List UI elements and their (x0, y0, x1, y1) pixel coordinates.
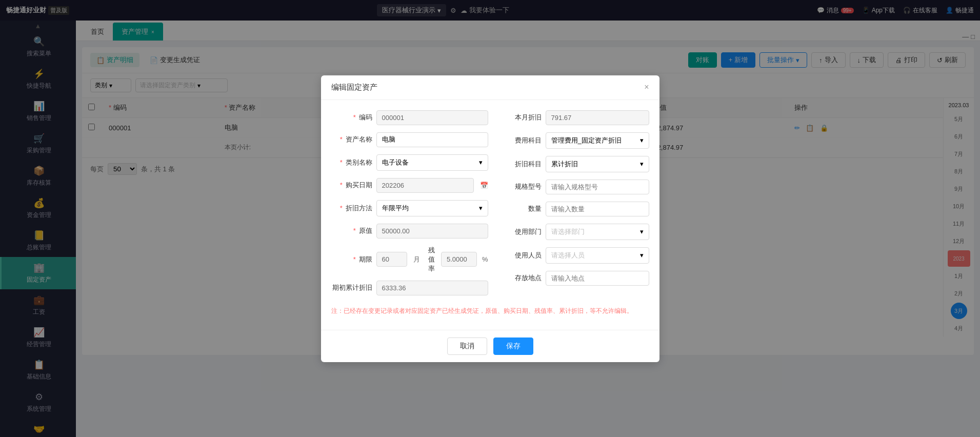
quantity-input[interactable] (546, 202, 649, 216)
form-row-spec: 规格型号 (501, 180, 649, 194)
modal-body: * 编码 * 资产名称 (321, 100, 659, 330)
cancel-button[interactable]: 取消 (447, 337, 487, 355)
form-row-code: * 编码 (331, 110, 488, 125)
residual-rate-label: 残值率 (428, 246, 435, 273)
form-row-period: * 期限 月 残值率 % (331, 246, 488, 273)
form-row-expense-account: 费用科目 管理费用_固定资产折旧 ▾ (501, 132, 649, 149)
form-row-department: 使用部门 请选择部门 ▾ (501, 224, 649, 240)
department-select[interactable]: 请选择部门 ▾ (546, 224, 649, 240)
category-select[interactable]: 电子设备 ▾ (376, 154, 488, 171)
form-row-quantity: 数量 (501, 202, 649, 216)
modal-overlay: 编辑固定资产 × * 编码 (0, 0, 980, 437)
modal-close-button[interactable]: × (644, 83, 649, 92)
purchase-date-input[interactable] (376, 178, 474, 193)
form-row-dep-account: 折旧科目 累计折旧 ▾ (501, 156, 649, 172)
period-input[interactable] (376, 252, 407, 267)
save-button[interactable]: 保存 (493, 337, 533, 355)
person-select[interactable]: 请选择人员 ▾ (546, 247, 649, 264)
monthly-dep-input[interactable] (546, 110, 649, 125)
spec-input[interactable] (546, 180, 649, 194)
expense-account-select[interactable]: 管理费用_固定资产折旧 ▾ (546, 132, 649, 149)
residual-rate-input[interactable] (441, 252, 477, 267)
form-row-initial-accum: 期初累计折旧 (331, 281, 488, 295)
form-row-dep-method: * 折旧方法 年限平均 ▾ (331, 200, 488, 216)
original-value-input[interactable] (376, 224, 488, 239)
dep-method-select[interactable]: 年限平均 ▾ (376, 200, 488, 216)
edit-asset-modal: 编辑固定资产 × * 编码 (321, 75, 659, 362)
modal-note: 注：已经存在变更记录或者对应固定资产已经生成凭证，原值、购买日期、残值率、累计折… (331, 303, 649, 320)
form-row-purchase-date: * 购买日期 📅 (331, 178, 488, 193)
modal-title: 编辑固定资产 (331, 83, 377, 92)
dep-account-select[interactable]: 累计折旧 ▾ (546, 156, 649, 172)
form-row-person: 使用人员 请选择人员 ▾ (501, 247, 649, 264)
storage-input[interactable] (546, 271, 649, 286)
initial-accum-input[interactable] (376, 281, 488, 295)
calendar-icon[interactable]: 📅 (480, 182, 488, 189)
form-row-category: * 类别名称 电子设备 ▾ (331, 154, 488, 171)
form-row-monthly-dep: 本月折旧 (501, 110, 649, 125)
residual-rate-unit-label: % (482, 255, 488, 263)
modal-header: 编辑固定资产 × (321, 75, 659, 100)
form-row-original-value: * 原值 (331, 224, 488, 239)
period-unit-label: 月 (413, 255, 420, 264)
form-row-storage: 存放地点 (501, 271, 649, 286)
code-input[interactable] (376, 110, 488, 125)
modal-footer: 取消 保存 (321, 330, 659, 362)
form-row-asset-name: * 资产名称 (331, 132, 488, 147)
asset-name-input[interactable] (376, 132, 488, 147)
